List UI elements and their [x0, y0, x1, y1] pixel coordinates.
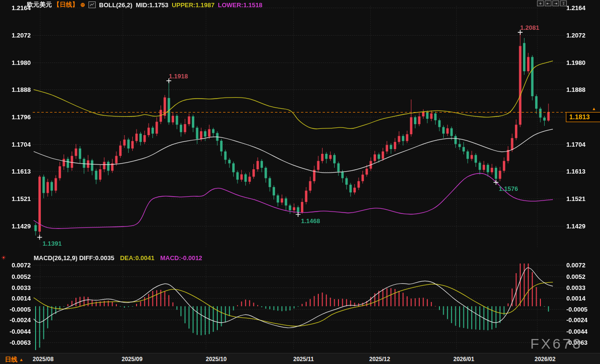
price-axis-label-right: 1.1429 [566, 223, 586, 230]
boll-upper-value: UPPER:1.1987 [172, 1, 214, 9]
price-marker-icon: ▲ [592, 106, 596, 111]
price-axis-label-right: 1.1980 [566, 59, 586, 66]
macd-axis-label-left: -0.0024 [1, 316, 31, 324]
macd-header: MACD(26,12,9) DIFF:0.0035 DEA:0.0041 MAC… [34, 254, 202, 262]
macd-axis-label-right: 0.0014 [566, 295, 586, 302]
price-axis-label-right: 1.1704 [566, 141, 586, 148]
price-axis-label-left: 1.1521 [1, 195, 31, 202]
price-axis-label-right: 1.2164 [566, 4, 586, 12]
swing-low-label: 1.1576 [499, 185, 518, 192]
price-axis-label-left: 1.1888 [1, 86, 31, 93]
time-axis-date: 2025/12 [369, 356, 390, 363]
price-axis-label-left: 1.2164 [1, 4, 31, 12]
select-zoom-icon[interactable]: + [537, 0, 544, 6]
time-axis-date: 2026/01 [453, 356, 474, 363]
period-tag: 【日线】 [53, 0, 78, 9]
price-axis-label-left: 1.1796 [1, 113, 31, 121]
swing-high-label: 1.1918 [169, 73, 188, 80]
candlestick-chart-canvas[interactable] [0, 0, 600, 364]
current-price-value: 1.1813 [566, 112, 600, 122]
time-axis-bar: 日线 ▲ 2025/082025/092025/102025/112025/12… [0, 353, 600, 364]
macd-axis-label-right: 0.0052 [566, 273, 586, 280]
time-axis-date: 2025/10 [206, 356, 226, 363]
chevron-up-icon: ▲ [19, 357, 24, 362]
macd-title-and-diff: MACD(26,12,9) DIFF:0.0035 [34, 254, 114, 262]
price-axis-label-right: 1.1521 [566, 195, 586, 202]
chart-header: 欧元美元【日线】⊕ BOLL(26,2) MID:1.1753 UPPER:1.… [27, 0, 262, 9]
boll-indicator-label: BOLL(26,2) [99, 1, 132, 9]
swing-low-label: 1.1391 [42, 240, 62, 247]
macd-axis-label-left: 0.0033 [1, 284, 31, 291]
reset-view-icon[interactable]: ⇧ [560, 0, 567, 6]
swing-low-label: 1.1468 [301, 217, 320, 225]
macd-axis-label-left: 0.0052 [1, 273, 31, 280]
price-axis-label-left: 1.1704 [1, 141, 31, 148]
price-axis-label-right: 1.2072 [566, 31, 586, 38]
price-axis-label-right: 1.1888 [566, 86, 586, 93]
macd-dea-value: DEA:0.0041 [120, 254, 155, 262]
watermark: FX678 [530, 336, 582, 352]
time-axis-date: 2025/11 [293, 356, 314, 363]
add-indicator-icon[interactable]: ⊕ [80, 1, 85, 8]
sun-icon: ☀ [1, 254, 6, 261]
shift-right-icon[interactable]: ⇥ [552, 0, 559, 6]
macd-axis-label-right: -0.0005 [566, 305, 588, 313]
boll-lower-value: LOWER:1.1518 [218, 1, 262, 9]
macd-axis-label-left: 0.0072 [1, 262, 31, 269]
current-price-tag: ▲ 1.1813 [566, 108, 600, 122]
swing-high-label: 1.2081 [520, 24, 539, 31]
shift-left-icon[interactable]: ⇤ [545, 0, 551, 6]
mini-chart-icon [88, 1, 96, 8]
time-axis-date: 2025/08 [33, 356, 53, 363]
price-axis-label-left: 1.1613 [1, 168, 31, 175]
price-axis-label-right: 1.1613 [566, 168, 586, 175]
time-axis-date: 2025/09 [122, 356, 142, 363]
chart-toolbar: +⇤⇥⇧ [537, 0, 567, 6]
macd-axis-label-left: -0.0005 [1, 305, 31, 313]
macd-axis-label-right: 0.0072 [566, 262, 586, 269]
macd-macd-value: MACD:-0.0012 [160, 254, 202, 262]
time-axis-date: 2026/02 [535, 356, 555, 363]
price-axis-label-left: 1.1429 [1, 223, 31, 230]
macd-axis-label-left: -0.0063 [1, 339, 31, 346]
macd-axis-label-left: -0.0044 [1, 328, 31, 335]
macd-axis-label-right: -0.0044 [566, 328, 588, 335]
price-axis-label-left: 1.2072 [1, 31, 31, 38]
macd-axis-label-left: 0.0014 [1, 295, 31, 302]
macd-axis-label-right: 0.0033 [566, 284, 586, 291]
boll-mid-value: MID:1.1753 [136, 1, 168, 9]
macd-axis-label-right: -0.0024 [566, 316, 588, 324]
period-selector[interactable]: 日线 ▲ [5, 355, 24, 364]
price-axis-label-left: 1.1980 [1, 59, 31, 66]
